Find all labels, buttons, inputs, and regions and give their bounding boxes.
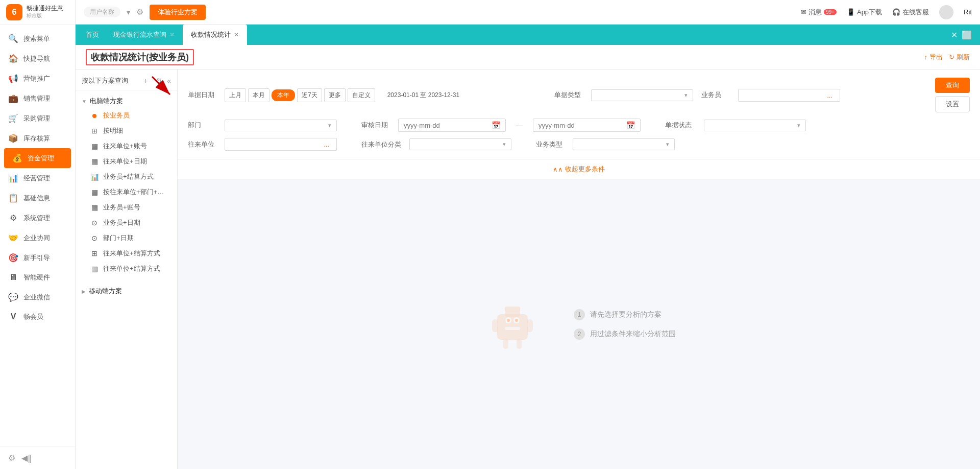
sidebar-item-system[interactable]: ⚙ 系统管理 xyxy=(0,208,75,228)
main-content: 用户名称 ▾ ⚙ 体验行业方案 ✉ 消息 99+ 📱 App下载 🎧 在线客服 … xyxy=(76,0,980,469)
scheme-item-salesman-account[interactable]: ▦ 业务员+账号 xyxy=(76,200,177,215)
collapse-bar[interactable]: ∧∧ 收起更多条件 xyxy=(178,159,980,179)
tab-close-all-icon[interactable]: ✕ xyxy=(951,30,958,40)
sidebar-item-finance[interactable]: 💰 资金管理 xyxy=(4,148,71,168)
sidebar-item-wechat[interactable]: 💬 企业微信 xyxy=(0,287,75,307)
doc-status-chevron-icon: ▾ xyxy=(797,122,800,129)
review-date-to[interactable]: 📅 xyxy=(533,119,641,132)
tab-home[interactable]: 首页 xyxy=(80,30,105,39)
partner-category-select[interactable]: ▾ xyxy=(409,138,511,150)
sidebar-item-operations[interactable]: 📊 经营管理 xyxy=(0,168,75,188)
refresh-icon: ↻ xyxy=(949,53,954,61)
scheme-item-salesman-settlement[interactable]: 📊 业务员+结算方式 xyxy=(76,169,177,184)
operations-icon: 📊 xyxy=(8,173,18,183)
grid-icon: ⊞ xyxy=(90,127,99,135)
scheme-item-salesman-date[interactable]: ⊙ 业务员+日期 xyxy=(76,215,177,230)
message-action[interactable]: ✉ 消息 99+ xyxy=(801,8,837,17)
svg-point-4 xyxy=(507,319,510,322)
header-dropdown-icon[interactable]: ▾ xyxy=(127,8,130,16)
sidebar-item-quick-nav[interactable]: 🏠 快捷导航 xyxy=(0,49,75,68)
app-download-action[interactable]: 📱 App下载 xyxy=(847,8,882,17)
group-expand-icon: ▼ xyxy=(82,99,87,104)
review-date-from-input[interactable] xyxy=(404,122,489,129)
partner-more-btn[interactable]: ... xyxy=(324,140,329,148)
date-btn-7days[interactable]: 近7天 xyxy=(297,88,322,102)
sidebar-item-sales[interactable]: 💼 销售管理 xyxy=(0,88,75,108)
date-btn-last-month[interactable]: 上月 xyxy=(225,88,246,102)
collapse-icon: ∧∧ xyxy=(553,166,563,173)
page-title: 收款情况统计(按业务员) xyxy=(86,49,194,65)
tab-receipt-stats[interactable]: 收款情况统计 ✕ xyxy=(183,25,247,45)
scheme-group-desktop-label: 电脑端方案 xyxy=(90,97,123,106)
step-num-2: 2 xyxy=(574,329,585,340)
scheme-item-dept-date[interactable]: ⊙ 部门+日期 xyxy=(76,230,177,246)
dept-select[interactable]: ▾ xyxy=(225,120,337,131)
scheme-group-mobile-header[interactable]: ▶ 移动端方案 xyxy=(76,285,177,298)
partner-select[interactable]: ... xyxy=(225,138,337,151)
footer-settings-icon[interactable]: ⚙ xyxy=(8,453,15,463)
settings-button[interactable]: 设置 xyxy=(935,96,970,112)
scheme-item-partner-dept[interactable]: ▦ 按往来单位+部门+收... xyxy=(76,184,177,200)
scheme-item-salesman[interactable]: 按业务员 xyxy=(76,108,177,123)
tab-maximize-icon[interactable]: ⬜ xyxy=(962,30,972,40)
sidebar-item-search[interactable]: 🔍 搜索菜单 xyxy=(0,29,75,49)
sidebar-item-vip[interactable]: V 畅会员 xyxy=(0,307,75,326)
doc-status-select[interactable]: ▾ xyxy=(704,120,806,131)
scheme-group-desktop-header[interactable]: ▼ 电脑端方案 xyxy=(76,95,177,108)
svg-point-5 xyxy=(515,319,518,322)
calendar-icon-from[interactable]: 📅 xyxy=(492,121,500,129)
salesman-more-btn[interactable]: ... xyxy=(827,91,832,99)
review-date-to-input[interactable] xyxy=(538,122,624,129)
sidebar-nav: 🔍 搜索菜单 🏠 快捷导航 📢 营销推广 💼 销售管理 🛒 采购管理 📦 库存核… xyxy=(0,25,75,447)
trial-button[interactable]: 体验行业方案 xyxy=(150,5,206,20)
date-btn-more[interactable]: 更多 xyxy=(324,88,346,102)
scheme-item-partner-settle2[interactable]: ▦ 往来单位+结算方式 xyxy=(76,261,177,276)
review-date-from[interactable]: 📅 xyxy=(398,119,506,132)
header-settings-icon[interactable]: ⚙ xyxy=(136,7,143,17)
footer-collapse-icon[interactable]: ◀‖ xyxy=(21,453,32,463)
scheme-settings-button[interactable]: ⚙ xyxy=(154,76,164,86)
tab-close-bank[interactable]: ✕ xyxy=(169,31,175,38)
scheme-item-partner-account[interactable]: ▦ 往来单位+账号 xyxy=(76,138,177,154)
refresh-button[interactable]: ↻ 刷新 xyxy=(949,53,970,62)
scheme-item-partner-date[interactable]: ▦ 往来单位+日期 xyxy=(76,154,177,169)
date-btn-custom[interactable]: 自定义 xyxy=(348,88,375,102)
business-type-label: 业务类型 xyxy=(536,140,565,149)
sidebar-item-base-info[interactable]: 📋 基础信息 xyxy=(0,188,75,208)
query-button[interactable]: 查询 xyxy=(935,78,970,93)
export-icon: ↑ xyxy=(924,53,928,61)
inventory-icon: 📦 xyxy=(8,133,18,143)
home-icon: 🏠 xyxy=(8,54,18,63)
scheme-item-detail[interactable]: ⊞ 按明细 xyxy=(76,123,177,138)
date-label: 单据日期 xyxy=(188,90,216,100)
date-btn-this-year[interactable]: 本年 xyxy=(272,89,295,101)
scheme-panel: 按以下方案查询 + ⚙ « ▼ 电脑端方案 按业务员 ⊞ xyxy=(76,69,178,469)
sidebar-item-purchase[interactable]: 🛒 采购管理 xyxy=(0,108,75,128)
logo-badge: 标准版 xyxy=(27,12,63,19)
business-type-select[interactable]: ▾ xyxy=(573,138,675,150)
dept-label: 部门 xyxy=(188,121,216,130)
online-service-action[interactable]: 🎧 在线客服 xyxy=(892,8,929,17)
table-icon-4: ▦ xyxy=(90,203,99,212)
tab-bank-flow[interactable]: 现金银行流水查询 ✕ xyxy=(105,25,183,45)
date-btn-this-month[interactable]: 本月 xyxy=(248,88,270,102)
scheme-collapse-button[interactable]: « xyxy=(167,77,171,85)
sidebar-item-enterprise[interactable]: 🤝 企业协同 xyxy=(0,228,75,248)
doc-type-select[interactable]: ▾ xyxy=(591,89,693,101)
scheme-item-partner-settle1[interactable]: ⊞ 往来单位+结算方式 xyxy=(76,246,177,261)
step-num-1: 1 xyxy=(574,309,585,320)
sidebar-item-smart-hw[interactable]: 🖥 智能硬件 xyxy=(0,268,75,287)
tab-close-receipt[interactable]: ✕ xyxy=(234,31,239,38)
salesman-select[interactable]: ... xyxy=(738,89,840,102)
partner-category-label: 往来单位分类 xyxy=(361,140,401,149)
page-header: 收款情况统计(按业务员) ↑ 导出 ↻ 刷新 xyxy=(76,45,980,69)
sidebar-item-inventory[interactable]: 📦 库存核算 xyxy=(0,128,75,148)
date-range-display: 2023-01-01 至 2023-12-31 xyxy=(387,91,459,100)
export-button[interactable]: ↑ 导出 xyxy=(924,53,943,62)
scheme-add-button[interactable]: + xyxy=(140,76,151,86)
doc-type-chevron-icon: ▾ xyxy=(684,92,688,99)
calendar-icon-to[interactable]: 📅 xyxy=(626,121,635,129)
sidebar-item-guide[interactable]: 🎯 新手引导 xyxy=(0,248,75,268)
user-avatar[interactable] xyxy=(939,5,953,19)
sidebar-item-marketing[interactable]: 📢 营销推广 xyxy=(0,68,75,88)
